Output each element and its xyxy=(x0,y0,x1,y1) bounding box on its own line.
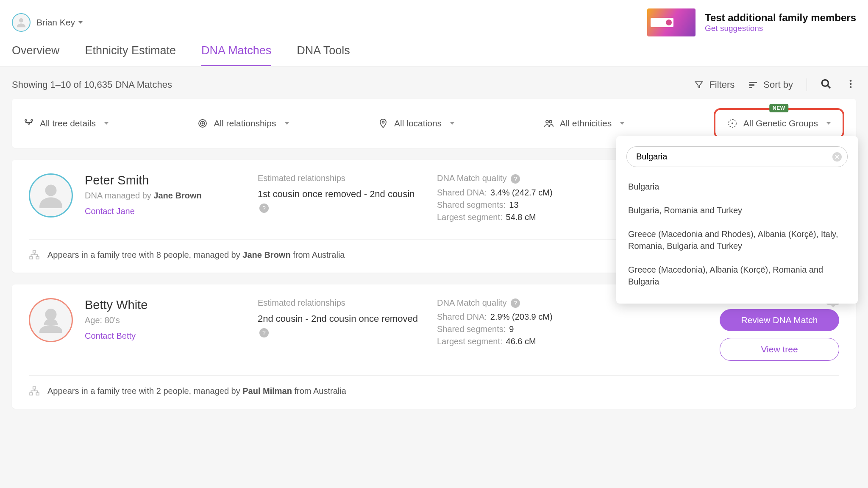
profile-avatar[interactable] xyxy=(12,13,31,32)
svg-point-4 xyxy=(822,80,828,86)
genetic-group-icon xyxy=(727,118,737,128)
help-icon[interactable]: ? xyxy=(511,174,520,184)
toolbar: Showing 1–10 of 10,635 DNA Matches Filte… xyxy=(12,78,856,91)
match-subtitle: Age: 80's xyxy=(85,315,246,325)
tab-dna-tools[interactable]: DNA Tools xyxy=(297,44,350,66)
promo-title: Test additional family members xyxy=(705,12,856,24)
review-match-button[interactable]: Review DNA Match xyxy=(720,309,839,331)
genetic-groups-dropdown: Bulgaria Bulgaria, Romania and Turkey Gr… xyxy=(616,136,858,304)
filter-genetic-groups-highlighted: NEW All Genetic Groups xyxy=(714,108,844,139)
chevron-down-icon xyxy=(104,122,108,125)
match-avatar[interactable] xyxy=(29,298,73,342)
help-icon[interactable]: ? xyxy=(511,298,520,308)
svg-point-17 xyxy=(549,120,552,123)
sort-icon xyxy=(748,80,758,90)
family-tree-icon xyxy=(29,250,40,261)
dropdown-item[interactable]: Bulgaria xyxy=(616,175,858,198)
top-bar: Brian Key Test additional family members… xyxy=(0,0,868,67)
tab-ethnicity[interactable]: Ethnicity Estimate xyxy=(85,44,176,66)
chevron-down-icon xyxy=(78,21,83,24)
dropdown-item[interactable]: Bulgaria, Romania and Turkey xyxy=(616,198,858,222)
search-icon xyxy=(821,78,832,89)
tab-dna-matches[interactable]: DNA Matches xyxy=(201,44,271,66)
relationship-value: 1st cousin once removed - 2nd cousin ? xyxy=(258,187,425,215)
svg-rect-3 xyxy=(749,87,752,88)
relationship-label: Estimated relationships xyxy=(258,173,425,183)
profile-name-dropdown[interactable]: Brian Key xyxy=(36,17,83,28)
person-icon xyxy=(15,16,28,29)
profile-name-text: Brian Key xyxy=(36,17,75,28)
dropdown-search-input[interactable] xyxy=(626,146,848,167)
svg-point-22 xyxy=(45,185,57,196)
person-icon xyxy=(36,180,66,211)
filter-genetic-groups[interactable]: All Genetic Groups xyxy=(727,118,831,128)
filter-relationships[interactable]: All relationships xyxy=(198,118,289,128)
tab-overview[interactable]: Overview xyxy=(12,44,60,66)
svg-rect-27 xyxy=(30,393,33,395)
filter-icon xyxy=(694,80,704,90)
match-subtitle: DNA managed by Jane Brown xyxy=(85,191,246,201)
filter-tree-details[interactable]: All tree details xyxy=(24,118,108,128)
svg-rect-24 xyxy=(30,257,33,259)
segments-value: 9 xyxy=(509,324,514,334)
chevron-down-icon xyxy=(450,122,454,125)
largest-segment-value: 54.8 cM xyxy=(506,212,536,222)
filter-ethnicities[interactable]: All ethnicities xyxy=(544,118,625,128)
close-icon xyxy=(835,154,840,159)
contact-link[interactable]: Contact Jane xyxy=(85,206,135,216)
chevron-down-icon xyxy=(620,122,624,125)
shared-dna-value: 2.9% (203.9 cM) xyxy=(490,312,553,322)
sort-button[interactable]: Sort by xyxy=(748,79,793,90)
help-icon[interactable]: ? xyxy=(259,328,269,337)
person-icon xyxy=(36,305,66,335)
svg-point-15 xyxy=(382,121,384,123)
svg-rect-2 xyxy=(749,84,754,86)
svg-point-9 xyxy=(25,120,27,121)
svg-rect-28 xyxy=(36,393,39,395)
filter-bar: All tree details All relationships All l… xyxy=(12,99,856,148)
svg-line-5 xyxy=(827,85,830,88)
chevron-down-icon xyxy=(285,122,289,125)
svg-rect-23 xyxy=(33,251,36,253)
people-icon xyxy=(544,118,554,128)
filters-button[interactable]: Filters xyxy=(694,79,734,90)
dropdown-item[interactable]: Greece (Macedonia), Albania (Korçë), Rom… xyxy=(616,258,858,293)
svg-point-19 xyxy=(732,123,733,124)
match-name: Peter Smith xyxy=(85,173,246,187)
filter-locations[interactable]: All locations xyxy=(378,118,454,128)
location-pin-icon xyxy=(378,118,388,128)
promo-image xyxy=(647,8,696,36)
relationship-value: 2nd cousin - 2nd cousin once removed ? xyxy=(258,312,425,339)
svg-point-14 xyxy=(202,123,203,124)
svg-point-8 xyxy=(850,86,852,88)
svg-rect-1 xyxy=(749,82,757,83)
match-name: Betty White xyxy=(85,298,246,312)
dropdown-item[interactable]: Greece (Macedonia and Rhodes), Albania (… xyxy=(616,222,858,258)
svg-point-6 xyxy=(850,80,852,82)
contact-link[interactable]: Contact Betty xyxy=(85,331,136,340)
tree-icon xyxy=(24,118,34,128)
shared-dna-value: 3.4% (242.7 cM) xyxy=(490,188,553,198)
tabs: Overview Ethnicity Estimate DNA Matches … xyxy=(12,44,856,66)
svg-point-16 xyxy=(546,120,548,123)
svg-rect-25 xyxy=(36,257,39,259)
promo-link[interactable]: Get suggestions xyxy=(705,24,763,33)
help-icon[interactable]: ? xyxy=(259,204,269,213)
search-button[interactable] xyxy=(821,78,832,91)
segments-value: 13 xyxy=(509,200,518,210)
family-tree-icon xyxy=(29,386,40,397)
more-button[interactable] xyxy=(845,78,856,91)
target-icon xyxy=(198,118,208,128)
clear-search-button[interactable] xyxy=(832,152,842,162)
new-badge: NEW xyxy=(769,104,789,112)
svg-rect-26 xyxy=(33,387,36,389)
promo-banner: Test additional family members Get sugge… xyxy=(647,8,856,36)
svg-point-0 xyxy=(19,18,23,22)
chevron-down-icon xyxy=(826,122,831,125)
card-footer: Appears in a family tree with 2 people, … xyxy=(29,375,839,397)
match-avatar[interactable] xyxy=(29,173,73,218)
divider xyxy=(807,78,807,91)
more-vertical-icon xyxy=(845,78,856,89)
relationship-label: Estimated relationships xyxy=(258,298,425,308)
view-tree-button[interactable]: View tree xyxy=(720,338,839,361)
